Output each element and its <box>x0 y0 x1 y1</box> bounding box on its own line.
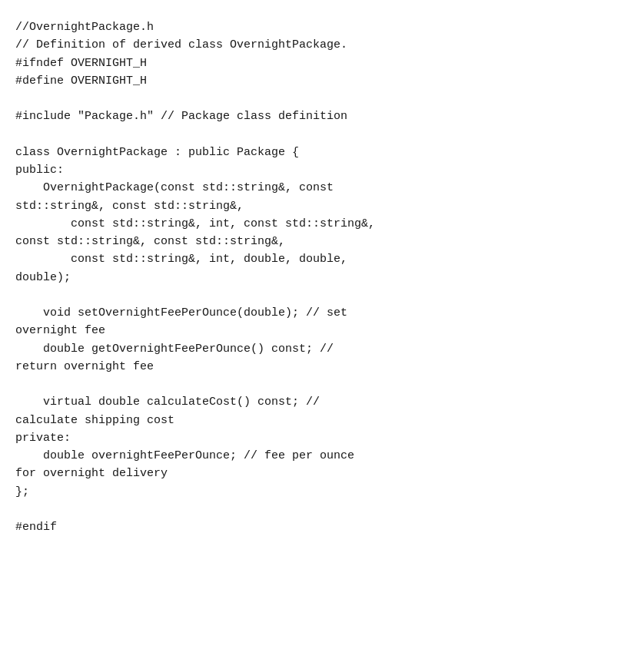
code-block: //OvernightPackage.h // Definition of de… <box>0 0 641 672</box>
